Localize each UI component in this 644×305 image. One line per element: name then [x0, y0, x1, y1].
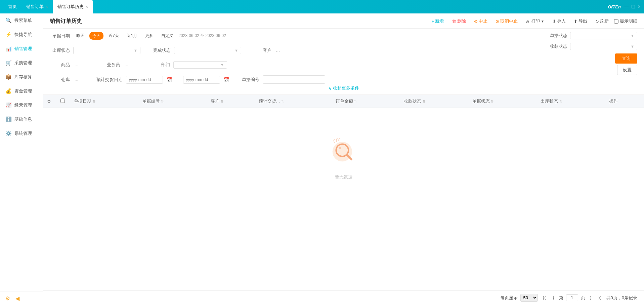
win-minimize-btn[interactable]: — [624, 4, 629, 10]
col-checkbox[interactable] [56, 95, 70, 108]
page-number-input[interactable] [566, 294, 578, 301]
col-amount-label: 订单金额 [336, 99, 353, 104]
win-close-btn[interactable]: × [638, 4, 641, 10]
col-amount[interactable]: 订单金额 ⇅ [332, 95, 400, 108]
col-action: 操作 [605, 95, 644, 108]
export-label: 导出 [578, 18, 587, 24]
sidebar-item-quicknav[interactable]: ⚡ 快捷导航 [0, 28, 43, 42]
basic-info-icon: ℹ️ [5, 116, 12, 122]
customer-dots[interactable]: ... [275, 46, 281, 54]
sidebar-item-inventory[interactable]: 📦 库存核算 [0, 70, 43, 84]
tab-sales-order-close[interactable]: × [46, 4, 48, 9]
col-receipt-status-label: 收款状态 [404, 99, 421, 104]
tab-sales-order[interactable]: 销售订单 × [22, 0, 53, 13]
refresh-button[interactable]: ↻ 刷新 [593, 17, 611, 26]
prev-page-btn[interactable]: ⟨ [551, 295, 556, 301]
sidebar-item-basic-info[interactable]: ℹ️ 基础信息 [0, 112, 43, 126]
date-btn-custom[interactable]: 自定义 [158, 32, 176, 40]
sidebar-item-search[interactable]: 🔍 搜索菜单 [0, 13, 43, 28]
col-customer[interactable]: 客户 ⇅ [207, 95, 255, 108]
delivery-from-input[interactable] [126, 76, 163, 84]
doc-status-select[interactable]: ▼ [570, 32, 637, 39]
col-date-label: 单据日期 [74, 99, 91, 104]
date-btn-more[interactable]: 更多 [142, 32, 156, 40]
outbound-chevron-icon: ▼ [134, 48, 137, 52]
print-button[interactable]: 🖨 打印 ▼ [523, 17, 547, 26]
collapse-filter-btn[interactable]: ∧ 收起更多条件 [50, 84, 637, 91]
dept-select[interactable]: ▼ [173, 61, 227, 69]
settings-button[interactable]: 设置 [617, 65, 637, 75]
col-date-sort[interactable]: ⇅ [93, 100, 95, 103]
sidebar-item-system[interactable]: ⚙️ 系统管理 [0, 126, 43, 141]
col-number[interactable]: 单据编号 ⇅ [138, 95, 207, 108]
col-amount-sort[interactable]: ⇅ [354, 100, 357, 103]
col-outbound-status[interactable]: 出库状态 ⇅ [536, 95, 605, 108]
quicknav-icon: ⚡ [5, 32, 12, 38]
goods-dots[interactable]: ... [73, 61, 80, 69]
warehouse-dots[interactable]: ... [73, 76, 80, 83]
date-btn-yesterday[interactable]: 昨天 [73, 32, 87, 40]
tab-home[interactable]: 首页 [3, 0, 22, 13]
col-doc-status-sort[interactable]: ⇅ [491, 100, 493, 103]
receipt-status-select[interactable]: ▼ [570, 43, 637, 50]
cancel-stop-button[interactable]: ⊘ 取消中止 [493, 17, 520, 26]
sidebar-item-operations[interactable]: 📈 经营管理 [0, 98, 43, 112]
page-title: 销售订单历史 [50, 18, 82, 25]
sidebar-item-purchase[interactable]: 🛒 采购管理 [0, 56, 43, 70]
date-btn-1month[interactable]: 近1月 [124, 32, 140, 40]
cal-to-icon[interactable]: 📅 [223, 77, 229, 82]
new-button[interactable]: + 新增 [429, 17, 447, 26]
date-btn-today[interactable]: 今天 [89, 32, 103, 40]
col-receipt-status-sort[interactable]: ⇅ [423, 100, 425, 103]
delete-label: 删除 [457, 18, 466, 24]
empty-illustration [327, 135, 360, 168]
col-receipt-status[interactable]: 收款状态 ⇅ [400, 95, 468, 108]
delivery-to-input[interactable] [183, 76, 220, 84]
first-page-btn[interactable]: ⟨⟨ [541, 295, 548, 301]
cal-from-icon[interactable]: 📅 [166, 77, 172, 82]
display-toggle[interactable]: 显示明细 [614, 18, 637, 24]
col-date[interactable]: 单据日期 ⇅ [70, 95, 138, 108]
page-label: 第 [559, 295, 563, 301]
date-btn-7days[interactable]: 近7天 [105, 32, 122, 40]
export-button[interactable]: ⬆ 导出 [571, 17, 590, 26]
salesperson-dots[interactable]: ... [123, 61, 130, 69]
win-maximize-btn[interactable]: □ [632, 4, 635, 10]
col-outbound-status-label: 出库状态 [541, 99, 558, 104]
col-outbound-status-sort[interactable]: ⇅ [559, 100, 562, 103]
display-toggle-checkbox[interactable] [614, 19, 618, 24]
delete-button[interactable]: 🗑 删除 [449, 17, 469, 26]
goods-label: 商品 [50, 62, 70, 68]
settings-bottom-icon[interactable]: ⚙ [5, 295, 10, 302]
settings-col-icon[interactable]: ⚙ [47, 99, 51, 104]
tab-sales-history-close[interactable]: × [86, 4, 88, 9]
select-all-checkbox[interactable] [60, 99, 65, 103]
doc-number-input[interactable] [263, 75, 325, 84]
stop-button[interactable]: ⊘ 中止 [471, 17, 490, 26]
last-page-btn[interactable]: ⟩⟩ [596, 295, 604, 301]
import-button[interactable]: ⬇ 导入 [550, 17, 568, 26]
collapse-sidebar-icon[interactable]: ◀ [15, 295, 19, 302]
col-delivery-sort[interactable]: ⇅ [281, 100, 284, 103]
tab-sales-history[interactable]: 销售订单历史 × [53, 0, 93, 13]
sidebar-bottom: ⚙ ◀ [0, 292, 43, 305]
outbound-status-select[interactable]: ▼ [73, 47, 140, 54]
warehouse-label: 仓库 [50, 77, 70, 83]
svg-point-0 [332, 142, 352, 161]
page-size-select[interactable]: 10 20 50 100 [520, 294, 538, 302]
delivery-label: 预计交货日期 [96, 77, 123, 83]
complete-status-select[interactable]: ▼ [174, 47, 241, 54]
col-doc-status[interactable]: 单据状态 ⇅ [468, 95, 537, 108]
tab-sales-order-label: 销售订单 [26, 4, 44, 10]
sidebar-item-sales[interactable]: 📊 销售管理 [0, 42, 43, 56]
col-number-sort[interactable]: ⇅ [161, 100, 164, 103]
col-delivery[interactable]: 预计交货... ⇅ [255, 95, 332, 108]
query-button[interactable]: 查询 [615, 53, 637, 64]
pagination: 每页显示 10 20 50 100 ⟨⟨ ⟨ 第 页 ⟩ ⟩⟩ 共0页，0条记录 [43, 290, 644, 305]
sidebar-item-finance[interactable]: 💰 资金管理 [0, 84, 43, 98]
sidebar-item-purchase-label: 采购管理 [14, 60, 32, 66]
col-settings[interactable]: ⚙ [43, 95, 56, 108]
collapse-up-icon: ∧ [328, 86, 332, 91]
col-customer-sort[interactable]: ⇅ [221, 100, 223, 103]
next-page-btn[interactable]: ⟩ [588, 295, 594, 301]
